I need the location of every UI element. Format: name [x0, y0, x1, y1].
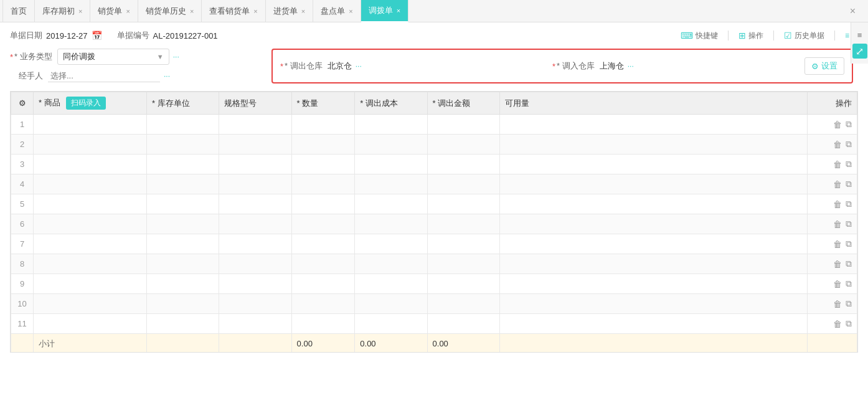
delete-icon-11[interactable]: 🗑 [833, 319, 842, 329]
row-11-cost[interactable] [355, 314, 427, 334]
row-1-cost[interactable] [355, 115, 427, 135]
row-10-product[interactable] [34, 294, 147, 314]
row-9-cost[interactable] [355, 274, 427, 294]
row-4-cost[interactable] [355, 174, 427, 194]
scan-button[interactable]: 扫码录入 [66, 97, 106, 110]
operate-action[interactable]: ⊞ 操作 [738, 31, 763, 41]
row-11-available[interactable] [499, 314, 807, 334]
row-4-available[interactable] [499, 174, 807, 194]
biz-type-select[interactable]: 同价调拨 ▼ [57, 49, 169, 65]
biz-type-more-icon[interactable]: ··· [173, 52, 179, 61]
row-7-spec[interactable] [219, 234, 291, 254]
row-4-amount[interactable] [427, 174, 499, 194]
window-close-button[interactable]: × [845, 3, 861, 19]
copy-icon-3[interactable]: ⧉ [846, 159, 852, 169]
row-3-spec[interactable] [219, 155, 291, 174]
row-7-unit[interactable] [147, 234, 219, 254]
row-7-available[interactable] [499, 234, 807, 254]
tab-sales-history-close[interactable]: × [190, 7, 194, 15]
delete-icon-7[interactable]: 🗑 [833, 239, 842, 249]
tab-stock-init[interactable]: 库存期初 × [35, 0, 90, 22]
row-5-product[interactable] [34, 194, 147, 214]
handler-more-icon[interactable]: ··· [164, 72, 170, 80]
row-3-unit[interactable] [147, 155, 219, 174]
row-3-amount[interactable] [427, 155, 499, 174]
tab-purchase-close[interactable]: × [301, 7, 305, 15]
row-7-cost[interactable] [355, 234, 427, 254]
row-6-available[interactable] [499, 214, 807, 234]
row-1-qty[interactable] [291, 115, 355, 135]
row-3-cost[interactable] [355, 155, 427, 174]
delete-icon-1[interactable]: 🗑 [833, 120, 842, 130]
sidebar-expand-button[interactable]: ⤢ [852, 44, 867, 59]
row-5-spec[interactable] [219, 194, 291, 214]
row-10-available[interactable] [499, 294, 807, 314]
row-2-spec[interactable] [219, 135, 291, 155]
row-5-available[interactable] [499, 194, 807, 214]
row-8-product[interactable] [34, 254, 147, 274]
row-11-product[interactable] [34, 314, 147, 334]
row-9-qty[interactable] [291, 274, 355, 294]
row-9-product[interactable] [34, 274, 147, 294]
copy-icon-9[interactable]: ⧉ [846, 278, 852, 289]
row-6-product[interactable] [34, 214, 147, 234]
copy-icon-5[interactable]: ⧉ [846, 199, 852, 209]
row-8-spec[interactable] [219, 254, 291, 274]
delete-icon-6[interactable]: 🗑 [833, 219, 842, 229]
row-7-product[interactable] [34, 234, 147, 254]
row-1-unit[interactable] [147, 115, 219, 135]
row-3-available[interactable] [499, 155, 807, 174]
tab-sales-order[interactable]: 销货单 × [90, 0, 138, 22]
transfer-in-more-icon[interactable]: ··· [628, 62, 634, 70]
row-10-cost[interactable] [355, 294, 427, 314]
row-6-unit[interactable] [147, 214, 219, 234]
tab-sales-history[interactable]: 销货单历史 × [138, 0, 202, 22]
row-1-spec[interactable] [219, 115, 291, 135]
row-2-cost[interactable] [355, 135, 427, 155]
row-11-amount[interactable] [427, 314, 499, 334]
copy-icon-10[interactable]: ⧉ [846, 298, 852, 309]
shortcut-action[interactable]: ⌨ 快捷键 [681, 31, 718, 41]
row-6-spec[interactable] [219, 214, 291, 234]
tab-transfer[interactable]: 调拨单 × [361, 0, 408, 22]
row-2-unit[interactable] [147, 135, 219, 155]
row-11-spec[interactable] [219, 314, 291, 334]
row-1-amount[interactable] [427, 115, 499, 135]
row-2-qty[interactable] [291, 135, 355, 155]
tab-inventory[interactable]: 盘点单 × [313, 0, 361, 22]
row-6-qty[interactable] [291, 214, 355, 234]
row-3-qty[interactable] [291, 155, 355, 174]
tab-inventory-close[interactable]: × [349, 7, 352, 15]
row-2-product[interactable] [34, 135, 147, 155]
delete-icon-4[interactable]: 🗑 [833, 179, 842, 189]
delete-icon-2[interactable]: 🗑 [833, 140, 842, 150]
copy-icon-4[interactable]: ⧉ [846, 179, 852, 189]
tab-view-sales[interactable]: 查看销货单 × [202, 0, 265, 22]
row-7-qty[interactable] [291, 234, 355, 254]
row-9-amount[interactable] [427, 274, 499, 294]
row-4-product[interactable] [34, 174, 147, 194]
copy-icon-6[interactable]: ⧉ [846, 219, 852, 229]
row-10-qty[interactable] [291, 294, 355, 314]
row-5-unit[interactable] [147, 194, 219, 214]
row-5-cost[interactable] [355, 194, 427, 214]
row-10-unit[interactable] [147, 294, 219, 314]
tab-home[interactable]: 首页 [2, 0, 35, 22]
delete-icon-5[interactable]: 🗑 [833, 199, 842, 209]
sidebar-list-button[interactable]: ≡ [852, 27, 867, 42]
copy-icon-11[interactable]: ⧉ [846, 318, 852, 329]
history-action[interactable]: ☑ 历史单据 [784, 31, 824, 41]
row-6-amount[interactable] [427, 214, 499, 234]
row-2-available[interactable] [499, 135, 807, 155]
row-10-amount[interactable] [427, 294, 499, 314]
row-8-available[interactable] [499, 254, 807, 274]
row-4-qty[interactable] [291, 174, 355, 194]
tab-purchase[interactable]: 进货单 × [266, 0, 313, 22]
tab-transfer-close[interactable]: × [397, 7, 400, 14]
copy-icon-2[interactable]: ⧉ [846, 139, 852, 150]
tab-view-sales-close[interactable]: × [253, 7, 257, 15]
transfer-out-more-icon[interactable]: ··· [356, 62, 362, 70]
delete-icon-8[interactable]: 🗑 [833, 259, 842, 269]
handler-input[interactable] [48, 70, 160, 82]
row-9-spec[interactable] [219, 274, 291, 294]
